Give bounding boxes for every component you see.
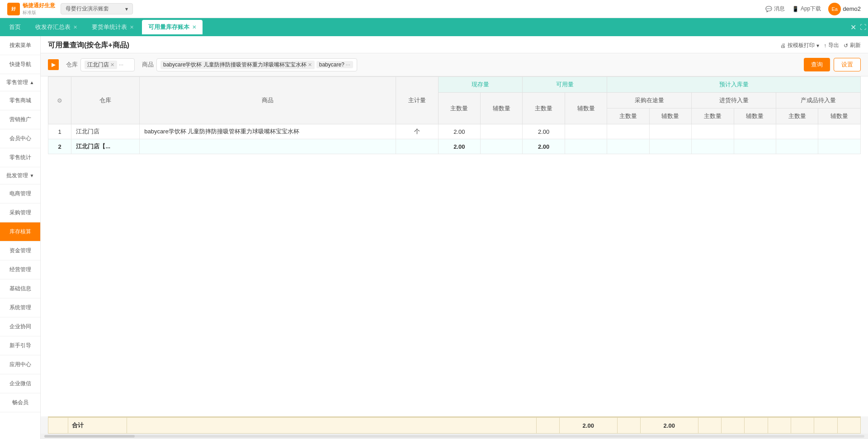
export-btn[interactable]: ↑ 导出 xyxy=(824,42,839,49)
header-actions: 🖨 按模板打印 ▾ ↑ 导出 ↺ 刷新 xyxy=(780,42,861,49)
row-2-stock-aux xyxy=(481,139,523,154)
sidebar-item-finance[interactable]: 资金管理 xyxy=(0,241,40,260)
col-purchase-group-header: 采购在途量 xyxy=(607,93,692,109)
row-2-goods xyxy=(140,139,396,154)
row-1-available-main: 2.00 xyxy=(523,124,565,139)
tab-home[interactable]: 首页 xyxy=(3,20,27,34)
remove-goods-tag-1[interactable]: ✕ xyxy=(308,62,312,68)
app-download-btn[interactable]: 📱 App下载 xyxy=(792,5,821,13)
refresh-label: 刷新 xyxy=(850,42,861,49)
row-2-production-main xyxy=(776,139,818,154)
tab-available[interactable]: 可用量库存账本 ✕ xyxy=(142,20,203,34)
row-1-incoming-aux xyxy=(734,124,776,139)
sidebar-item-system[interactable]: 系统管理 xyxy=(0,298,40,317)
sidebar-item-appcenter[interactable]: 应用中心 xyxy=(0,355,40,374)
col-purchase-aux-header: 辅数量 xyxy=(649,109,691,124)
filter-bar: ▶ 仓库 江北门店 ✕ ··· 商品 babycare学饮杯 儿童防摔防撞吸管杯… xyxy=(41,53,868,76)
user-profile-btn[interactable]: Ea demo2 xyxy=(828,3,861,15)
print-btn[interactable]: 🖨 按模板打印 ▾ xyxy=(780,42,819,49)
row-1-purchase-aux xyxy=(649,124,691,139)
remove-warehouse-tag[interactable]: ✕ xyxy=(110,62,114,68)
sidebar-item-newguide[interactable]: 新手引导 xyxy=(0,336,40,355)
sidebar-item-search[interactable]: 搜索菜单 xyxy=(0,36,40,55)
tab-order[interactable]: 要货单统计表 ✕ xyxy=(85,20,140,34)
tab-collect[interactable]: 收发存汇总表 ✕ xyxy=(29,20,84,34)
col-stock-aux-header: 辅数量 xyxy=(481,93,523,124)
sidebar-item-retail-stats[interactable]: 零售统计 xyxy=(0,148,40,167)
message-btn[interactable]: 💬 消息 xyxy=(765,5,785,13)
retail-mgmt-arrow: ▲ xyxy=(30,80,34,85)
row-1-stock-main: 2.00 xyxy=(438,124,480,139)
sidebar-item-retail-mgmt[interactable]: 零售管理 ▲ xyxy=(0,74,40,91)
row-1-uom: 个 xyxy=(396,124,438,139)
sidebar-item-operation[interactable]: 经营管理 xyxy=(0,260,40,279)
filter-goods-input[interactable]: babycare学饮杯 儿童防摔防撞吸管杯重力球吸嘴杯宝宝水杯 ✕ babyca… xyxy=(156,58,357,71)
table-footer: 合计 2.00 2.00 xyxy=(48,416,861,434)
sidebar-item-member-center[interactable]: 会员中心 xyxy=(0,129,40,148)
close-all-btn[interactable]: ✕ xyxy=(850,23,856,32)
col-uom-header: 主计量 xyxy=(396,77,438,124)
sidebar-item-ecommerce[interactable]: 电商管理 xyxy=(0,184,40,203)
filter-warehouse-label: 仓库 xyxy=(66,61,78,69)
fullscreen-btn[interactable]: ⛶ xyxy=(860,24,866,31)
col-purchase-main-header: 主数量 xyxy=(607,109,649,124)
row-1-purchase-main xyxy=(607,124,649,139)
sidebar-item-bizwechat[interactable]: 企业微信 xyxy=(0,374,40,393)
message-icon: 💬 xyxy=(765,6,772,12)
sidebar-item-marketing[interactable]: 营销推广 xyxy=(0,110,40,129)
industry-selector[interactable]: 母婴行业演示账套 ▾ xyxy=(61,3,133,14)
horizontal-scrollbar[interactable] xyxy=(41,434,868,439)
row-2-available-main: 2.00 xyxy=(523,139,565,154)
sidebar-item-purchase[interactable]: 采购管理 xyxy=(0,203,40,222)
print-dropdown-icon: ▾ xyxy=(816,42,819,49)
query-button[interactable]: 查询 xyxy=(804,58,830,71)
footer-available-main: 2.00 xyxy=(640,418,698,434)
phone-icon: 📱 xyxy=(792,6,799,12)
filter-warehouse-input[interactable]: 江北门店 ✕ ··· xyxy=(80,58,135,71)
row-1-no: 1 xyxy=(48,124,71,139)
filter-goods-label: 商品 xyxy=(142,61,154,69)
scrollbar-track xyxy=(44,435,864,438)
row-2-available-aux xyxy=(565,139,607,154)
sidebar-item-base-info[interactable]: 基础信息 xyxy=(0,279,40,298)
brand-tag: 标准版 xyxy=(23,9,55,16)
close-collect-icon[interactable]: ✕ xyxy=(73,24,77,30)
sidebar-item-quicknav[interactable]: 快捷导航 xyxy=(0,55,40,74)
top-bar-left: 好 畅捷通好生意 标准版 母婴行业演示账套 ▾ xyxy=(7,2,133,16)
col-settings-header[interactable]: ⚙ xyxy=(48,77,71,124)
sidebar-item-enterprise[interactable]: 企业协同 xyxy=(0,317,40,336)
wholesale-mgmt-arrow: ▼ xyxy=(30,173,34,178)
goods-tag-2: babycare? ··· xyxy=(316,61,353,68)
col-incoming-aux-header: 辅数量 xyxy=(734,109,776,124)
main-layout: 搜索菜单 快捷导航 零售管理 ▲ 零售商城 营销推广 会员中心 零售统计 批发管… xyxy=(0,36,868,439)
sidebar-item-inventory[interactable]: 库存核算 xyxy=(0,222,40,241)
warehouse-tag: 江北门店 ✕ xyxy=(85,61,117,69)
close-available-icon[interactable]: ✕ xyxy=(192,24,196,30)
row-2-no: 2 xyxy=(48,139,71,154)
col-settings-icon[interactable]: ⚙ xyxy=(57,97,62,104)
filter-warehouse-ellipsis[interactable]: ··· xyxy=(119,61,123,68)
row-1-stock-aux xyxy=(481,124,523,139)
nav-right-controls: ✕ ⛶ xyxy=(850,23,866,32)
row-2-uom xyxy=(396,139,438,154)
filter-goods-field: 商品 babycare学饮杯 儿童防摔防撞吸管杯重力球吸嘴杯宝宝水杯 ✕ bab… xyxy=(142,58,357,71)
chevron-down-icon: ▾ xyxy=(125,6,128,12)
tab-available-label: 可用量库存账本 xyxy=(148,23,189,31)
page-header: 可用量查询(按仓库+商品) 🖨 按模板打印 ▾ ↑ 导出 ↺ 刷新 xyxy=(41,36,868,53)
col-estimated-group-header: 预计入库量 xyxy=(607,77,861,93)
sidebar-item-vip[interactable]: 畅会员 xyxy=(0,393,40,412)
row-2-incoming-aux xyxy=(734,139,776,154)
tab-home-label: 首页 xyxy=(9,23,21,31)
row-2-production-aux xyxy=(818,139,861,154)
refresh-btn[interactable]: ↺ 刷新 xyxy=(844,42,861,49)
nav-tabs-bar: 首页 收发存汇总表 ✕ 要货单统计表 ✕ 可用量库存账本 ✕ ✕ ⛶ xyxy=(0,18,868,36)
scrollbar-thumb[interactable] xyxy=(44,435,135,438)
close-order-icon[interactable]: ✕ xyxy=(130,24,134,30)
sidebar-item-retail-mall[interactable]: 零售商城 xyxy=(0,91,40,110)
col-goods-header: 商品 xyxy=(140,77,396,124)
col-production-group-header: 产成品待入量 xyxy=(776,93,860,109)
sidebar-item-wholesale-mgmt[interactable]: 批发管理 ▼ xyxy=(0,167,40,184)
filter-expand-btn[interactable]: ▶ xyxy=(48,59,59,70)
tab-order-label: 要货单统计表 xyxy=(92,23,127,31)
settings-button[interactable]: 设置 xyxy=(834,58,861,71)
